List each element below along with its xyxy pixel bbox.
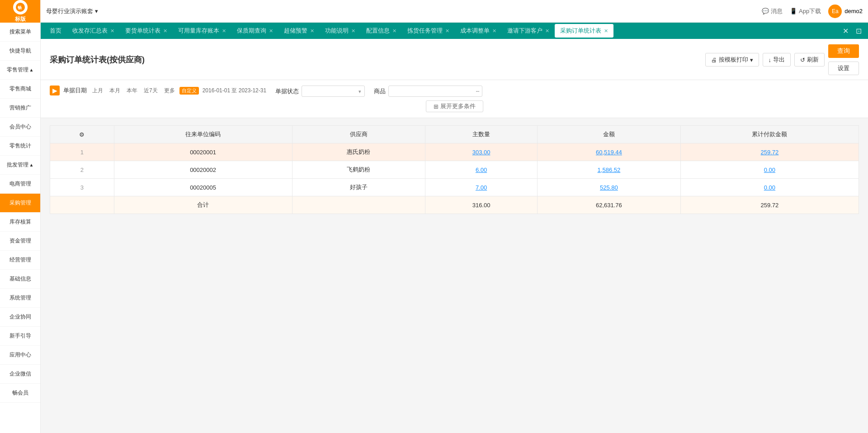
tab-close-icon[interactable]: ✕ xyxy=(351,28,355,34)
col-code: 往来单位编码 xyxy=(114,126,292,143)
sidebar-item-10[interactable]: 库存核算 xyxy=(0,213,40,232)
avatar: Ea xyxy=(828,5,842,18)
sidebar-item-15[interactable]: 企业协同 xyxy=(0,308,40,327)
page-content: 采购订单统计表(按供应商) 🖨 按模板打印 ▾ ↓ 导出 ↺ 刷新 查询 设置 xyxy=(41,39,868,433)
last-7-days-btn[interactable]: 近7天 xyxy=(142,86,160,95)
expand-filter-btn[interactable]: ⊞ 展开更多条件 xyxy=(426,100,483,112)
expand-icon: ⊞ xyxy=(434,103,439,110)
tab-8[interactable]: 拣货任务管理✕ xyxy=(402,24,455,38)
table-row[interactable]: 3 00020005 好孩子 7.00 525.80 0.00 xyxy=(50,179,859,196)
sidebar-item-13[interactable]: 基础信息 xyxy=(0,270,40,289)
footer-qty: 316.00 xyxy=(425,196,538,214)
tab-5[interactable]: 超储预警✕ xyxy=(278,24,320,38)
tab-close-icon[interactable]: ✕ xyxy=(110,28,114,34)
tab-label: 配置信息 xyxy=(366,27,390,35)
row-supplier: 好孩子 xyxy=(292,179,425,196)
sidebar-item-5[interactable]: 会员中心 xyxy=(0,118,40,137)
sidebar-item-1[interactable]: 快捷导航 xyxy=(0,42,40,61)
sidebar-item-17[interactable]: 应用中心 xyxy=(0,346,40,365)
sidebar-item-11[interactable]: 资金管理 xyxy=(0,232,40,251)
sidebar-item-19[interactable]: 畅会员 xyxy=(0,384,40,403)
table-row[interactable]: 2 00020002 飞鹤奶粉 6.00 1,586.52 0.00 xyxy=(50,161,859,179)
username-label: demo2 xyxy=(844,8,863,14)
tab-label: 可用量库存账本 xyxy=(178,27,219,35)
page-title: 采购订单统计表(按供应商) xyxy=(50,54,145,65)
last-month-btn[interactable]: 上月 xyxy=(90,86,105,95)
tab-close-icon[interactable]: ✕ xyxy=(604,28,608,34)
row-qty: 6.00 xyxy=(425,161,538,179)
tab-9[interactable]: 成本调整单✕ xyxy=(455,24,502,38)
arrow-icon: ▲ xyxy=(29,162,34,167)
sidebar-item-6[interactable]: 零售统计 xyxy=(0,137,40,156)
sidebar-item-9[interactable]: 采购管理 xyxy=(0,194,40,213)
tab-4[interactable]: 保质期查询✕ xyxy=(231,24,278,38)
row-paid: 0.00 xyxy=(680,161,859,179)
query-button[interactable]: 查询 xyxy=(828,44,859,58)
row-supplier: 惠氏奶粉 xyxy=(292,143,425,161)
message-icon: 💬 xyxy=(762,8,769,14)
arrow-icon: ▲ xyxy=(29,67,34,72)
goods-input[interactable] xyxy=(388,86,482,97)
filter-more-row: ⊞ 展开更多条件 xyxy=(50,100,859,112)
tab-2[interactable]: 要货单统计表✕ xyxy=(120,24,173,38)
this-month-btn[interactable]: 本月 xyxy=(108,86,122,95)
goods-filter: 商品 ··· xyxy=(374,86,482,97)
tab-7[interactable]: 配置信息✕ xyxy=(361,24,402,38)
sidebar-item-2[interactable]: 零售管理▲ xyxy=(0,61,40,80)
tab-3[interactable]: 可用量库存账本✕ xyxy=(173,24,231,38)
message-button[interactable]: 💬 消息 xyxy=(762,7,783,15)
custom-date-tag[interactable]: 自定义 xyxy=(179,87,199,95)
status-select-wrapper xyxy=(302,86,365,97)
table-row[interactable]: 1 00020001 惠氏奶粉 303.00 60,519.44 259.72 xyxy=(50,143,859,161)
tab-close-icon[interactable]: ✕ xyxy=(163,28,167,34)
company-selector[interactable]: 母婴行业演示账套 ▾ xyxy=(46,7,98,15)
goods-search-icon[interactable]: ··· xyxy=(476,87,479,95)
sidebar-item-8[interactable]: 电商管理 xyxy=(0,175,40,194)
maximize-tab-btn[interactable]: ⊡ xyxy=(853,26,864,36)
filter-toggle-btn[interactable]: ▶ xyxy=(50,86,60,95)
sidebar-item-18[interactable]: 企业微信 xyxy=(0,365,40,384)
status-select[interactable] xyxy=(302,86,365,97)
phone-icon: 📱 xyxy=(790,8,797,14)
export-button[interactable]: ↓ 导出 xyxy=(763,53,791,67)
this-year-btn[interactable]: 本年 xyxy=(125,86,139,95)
more-dates-btn[interactable]: 更多 xyxy=(162,86,177,95)
close-tab-btn[interactable]: ✕ xyxy=(840,26,851,36)
sidebar-item-16[interactable]: 新手引导 xyxy=(0,327,40,346)
tab-close-icon[interactable]: ✕ xyxy=(392,28,396,34)
row-paid: 259.72 xyxy=(680,143,859,161)
sidebar-item-4[interactable]: 营销推广 xyxy=(0,99,40,118)
row-supplier: 飞鹤奶粉 xyxy=(292,161,425,179)
tab-label: 收发存汇总表 xyxy=(72,27,108,35)
row-index: 2 xyxy=(50,161,114,179)
tab-close-icon[interactable]: ✕ xyxy=(222,28,226,34)
sidebar-item-7[interactable]: 批发管理▲ xyxy=(0,156,40,175)
tab-10[interactable]: 邀请下游客户✕ xyxy=(502,24,555,38)
tab-close-icon[interactable]: ✕ xyxy=(310,28,314,34)
sidebar-logo: 畅 标版 xyxy=(0,0,40,23)
tab-1[interactable]: 收发存汇总表✕ xyxy=(67,24,120,38)
tab-close-icon[interactable]: ✕ xyxy=(545,28,549,34)
refresh-button[interactable]: ↺ 刷新 xyxy=(794,53,825,67)
tab-11[interactable]: 采购订单统计表✕ xyxy=(555,24,613,38)
tab-close-icon[interactable]: ✕ xyxy=(445,28,449,34)
footer-label: 合计 xyxy=(114,196,292,214)
print-button[interactable]: 🖨 按模板打印 ▾ xyxy=(705,53,759,67)
status-filter: 单据状态 xyxy=(275,86,365,97)
user-menu[interactable]: Ea demo2 xyxy=(828,5,863,18)
page-header: 采购订单统计表(按供应商) 🖨 按模板打印 ▾ ↓ 导出 ↺ 刷新 查询 设置 xyxy=(41,39,868,80)
sidebar-item-3[interactable]: 零售商城 xyxy=(0,80,40,99)
topbar-right: 💬 消息 📱 App下载 Ea demo2 xyxy=(762,5,863,18)
tab-6[interactable]: 功能说明✕ xyxy=(320,24,361,38)
row-amount: 1,586.52 xyxy=(537,161,680,179)
sidebar-item-14[interactable]: 系统管理 xyxy=(0,289,40,308)
tab-close-icon[interactable]: ✕ xyxy=(492,28,496,34)
app-download-button[interactable]: 📱 App下载 xyxy=(790,7,821,15)
tab-close-icon[interactable]: ✕ xyxy=(269,28,273,34)
settings-button[interactable]: 设置 xyxy=(828,62,859,75)
sidebar-item-0[interactable]: 搜索菜单 xyxy=(0,23,40,42)
tab-0[interactable]: 首页 xyxy=(44,24,67,38)
table-header-row: ⚙ 往来单位编码 供应商 主数量 金额 累计付款金额 xyxy=(50,126,859,143)
tab-label: 要货单统计表 xyxy=(125,27,160,35)
sidebar-item-12[interactable]: 经营管理 xyxy=(0,251,40,270)
